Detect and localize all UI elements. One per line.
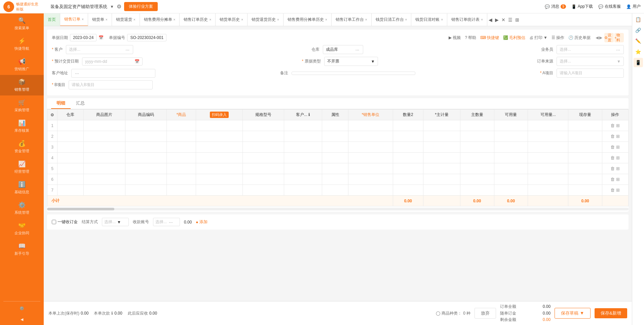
- row-main-unit-7[interactable]: [423, 185, 460, 196]
- row-warehouse-1[interactable]: [58, 120, 84, 131]
- tab-sales-return-history[interactable]: 销货退货历史 ×: [248, 13, 283, 26]
- row-qty2-2[interactable]: [393, 131, 423, 142]
- row-attribute-5[interactable]: [322, 163, 348, 174]
- tab-sales-receipt[interactable]: 销货单 ×: [88, 13, 112, 26]
- customer-more-icon[interactable]: ···: [125, 47, 130, 52]
- address-more-icon[interactable]: ···: [74, 71, 80, 76]
- row-qty2-5[interactable]: [393, 163, 423, 174]
- b-project-input[interactable]: 请输入B项目: [69, 80, 153, 89]
- tab-cash-workbench[interactable]: 钱货日清工作台 ×: [372, 13, 412, 26]
- row-available2-5[interactable]: [528, 163, 568, 174]
- row-attribute-1[interactable]: [322, 120, 348, 131]
- row-name-1[interactable]: [167, 120, 196, 131]
- tab-sales-stats[interactable]: 销售订单统计表 ×: [447, 13, 487, 26]
- tab-cash-reconcile[interactable]: 钱货日清对账 ×: [411, 13, 447, 26]
- row-stock-4[interactable]: [568, 153, 602, 163]
- row-copy-icon-4[interactable]: ⊞: [616, 155, 620, 160]
- row-main-unit-3[interactable]: [423, 142, 460, 153]
- nav-next-icon[interactable]: ▶: [599, 35, 602, 40]
- row-scan-1[interactable]: [196, 120, 242, 131]
- row-code-1[interactable]: [125, 120, 167, 131]
- row-spec-1[interactable]: [242, 120, 284, 131]
- row-code-5[interactable]: [125, 163, 167, 174]
- nav-prev-icon[interactable]: ◀: [596, 35, 599, 40]
- row-stock-2[interactable]: [568, 131, 602, 142]
- sidebar-item-sales[interactable]: 📦 销售管理: [0, 75, 44, 95]
- sidebar-item-marketing[interactable]: 📢 营销推广: [0, 54, 44, 75]
- row-available-7[interactable]: [494, 185, 528, 196]
- message-btn[interactable]: 💬 消息 9: [545, 4, 566, 9]
- tab-nav-menu[interactable]: ☰: [507, 17, 514, 23]
- print-dropdown-icon[interactable]: ▼: [543, 35, 547, 40]
- row-delete-icon-7[interactable]: 🗑: [610, 188, 615, 193]
- scan-btn[interactable]: 扫码录入: [210, 112, 229, 118]
- one-click-check[interactable]: [52, 220, 56, 224]
- save-draft-dropdown-icon[interactable]: ▼: [580, 311, 584, 316]
- a-project-input[interactable]: 请输入A项目: [557, 69, 624, 78]
- salesperson-more-icon[interactable]: ···: [615, 47, 621, 52]
- row-warehouse-4[interactable]: [58, 153, 84, 163]
- row-scan-6[interactable]: [196, 174, 242, 185]
- row-warehouse-3[interactable]: [58, 142, 84, 153]
- row-unit-6[interactable]: [348, 174, 393, 185]
- right-panel-clipboard-icon[interactable]: 📋: [634, 15, 643, 24]
- row-available2-4[interactable]: [528, 153, 568, 163]
- sidebar-collapse-btn[interactable]: ◀: [0, 314, 44, 325]
- industry-btn[interactable]: 体验行业方案: [124, 2, 158, 11]
- notes-input[interactable]: [292, 72, 416, 75]
- warehouse-input[interactable]: 成品库 ···: [323, 45, 363, 54]
- row-name-7[interactable]: [167, 185, 196, 196]
- system-dropdown-icon[interactable]: ▼: [110, 4, 114, 9]
- row-delete-icon-4[interactable]: 🗑: [610, 155, 615, 160]
- method-select[interactable]: 选择... ▼: [102, 218, 129, 226]
- row-main-qty-5[interactable]: [460, 163, 494, 174]
- row-stock-3[interactable]: [568, 142, 602, 153]
- row-image-1[interactable]: [83, 120, 125, 131]
- help-btn[interactable]: ? 帮助: [463, 34, 478, 41]
- print-btn[interactable]: 🖨 打印 ▼: [528, 34, 549, 41]
- row-image-2[interactable]: [83, 131, 125, 142]
- row-qty2-1[interactable]: [393, 120, 423, 131]
- right-panel-mobile-icon[interactable]: 📱: [634, 58, 643, 67]
- row-unit-4[interactable]: [348, 153, 393, 163]
- row-stock-1[interactable]: [568, 120, 602, 131]
- row-main-unit-2[interactable]: [423, 131, 460, 142]
- tab-sales-return[interactable]: 销货退货 ×: [112, 13, 140, 26]
- row-copy-icon-2[interactable]: ⊞: [616, 134, 620, 139]
- tab-sales-workbench-close[interactable]: ×: [365, 18, 367, 22]
- row-warehouse-2[interactable]: [58, 131, 84, 142]
- row-available-4[interactable]: [494, 153, 528, 163]
- right-panel-star-icon[interactable]: ⭐: [634, 47, 643, 56]
- row-spec-5[interactable]: [242, 163, 284, 174]
- row-stock-5[interactable]: [568, 163, 602, 174]
- row-code-7[interactable]: [125, 185, 167, 196]
- row-scan-2[interactable]: [196, 131, 242, 142]
- row-image-5[interactable]: [83, 163, 125, 174]
- row-customer-code-1[interactable]: [284, 120, 322, 131]
- row-customer-code-3[interactable]: [284, 142, 322, 153]
- row-available2-2[interactable]: [528, 131, 568, 142]
- sidebar-settings-btn[interactable]: ⚙️: [0, 303, 44, 314]
- row-available2-1[interactable]: [528, 120, 568, 131]
- row-copy-icon-5[interactable]: ⊞: [616, 166, 620, 171]
- one-click-checkbox[interactable]: 一键收订金: [52, 219, 78, 225]
- sidebar-item-inventory[interactable]: 📊 库存核算: [0, 116, 44, 136]
- sidebar-item-basic-info[interactable]: ℹ️ 基础信息: [0, 177, 44, 198]
- row-name-3[interactable]: [167, 142, 196, 153]
- row-delete-icon-6[interactable]: 🗑: [610, 177, 615, 182]
- row-delete-icon-1[interactable]: 🗑: [610, 123, 615, 128]
- online-service-btn[interactable]: 💬 在线客服: [598, 4, 621, 9]
- salesperson-input[interactable]: 选择... ···: [557, 45, 624, 54]
- settings-icon[interactable]: ⚙: [117, 3, 121, 10]
- sidebar-item-guide[interactable]: 📖 新手引导: [0, 239, 44, 259]
- date-input[interactable]: 2023-03-24: [70, 34, 97, 41]
- row-unit-7[interactable]: [348, 185, 393, 196]
- tab-sales-stats-close[interactable]: ×: [481, 18, 483, 22]
- row-customer-code-4[interactable]: [284, 153, 322, 163]
- tab-sales-return-close[interactable]: ×: [134, 18, 136, 22]
- tab-expense-history-close[interactable]: ×: [325, 18, 327, 22]
- row-available-5[interactable]: [494, 163, 528, 174]
- row-code-4[interactable]: [125, 153, 167, 163]
- row-spec-4[interactable]: [242, 153, 284, 163]
- row-image-3[interactable]: [83, 142, 125, 153]
